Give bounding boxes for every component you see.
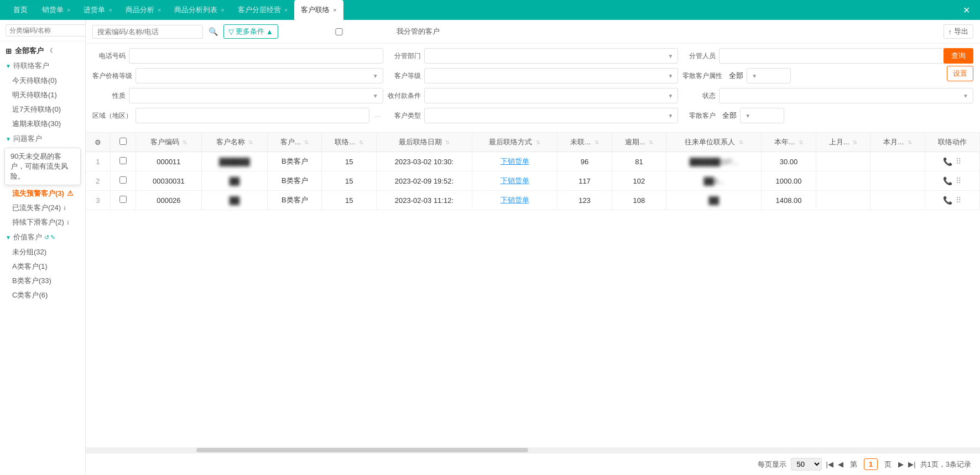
tab-home[interactable]: 首页 [6,0,35,20]
row-checkbox-1[interactable] [110,171,135,191]
col-action: 联络动作 [925,133,979,152]
my-customers-label: 我分管的客户 [397,27,440,36]
tab-purchase-order[interactable]: 进货单 × [77,0,118,20]
sidebar-item-today-pending[interactable]: 今天待联络(0) [0,74,85,88]
row-last-method-0[interactable]: 下销货单 [472,152,557,171]
refresh-icon[interactable]: ↺ [44,234,49,241]
status-select[interactable]: ▼ [719,88,973,103]
pagination-prev-icon[interactable]: ◀ [838,460,843,468]
row-code-1: 00030031 [135,171,201,191]
sidebar-item-ungrouped[interactable]: 未分组(32) [0,245,85,259]
sidebar-collapse-icon[interactable]: 《 [47,47,53,55]
tab-product-analysis-list-close[interactable]: × [221,7,224,13]
col-last-date[interactable]: 最后联络日期 ⇅ [376,133,472,152]
tab-sales-order[interactable]: 销货单 × [35,0,77,20]
sidebar-group-problem[interactable]: ▼ 问题客户 [0,131,85,147]
row-name-2: ██ [201,191,267,210]
my-customers-checkbox[interactable] [284,28,394,35]
col-contact-person[interactable]: 往来单位联系人 ⇅ [666,133,762,152]
tab-product-analysis-list[interactable]: 商品分析列表 × [168,0,231,20]
pagination-first-icon[interactable]: |◀ [826,460,833,468]
more-conditions-button[interactable]: ▽ 更多条件 ▲ [223,24,278,39]
action-more-icon-0[interactable]: ⠿ [956,157,961,166]
col-code[interactable]: 客户编码 ⇅ [135,133,201,152]
row-last-method-1[interactable]: 下销货单 [472,171,557,191]
col-overdue[interactable]: 逾期... ⇅ [612,133,666,152]
tab-customer-contact[interactable]: 客户联络 × [294,0,343,20]
search-button[interactable]: 🔍 [208,27,218,36]
col-this-month[interactable]: 本月... ⇅ [870,133,925,152]
tab-product-analysis[interactable]: 商品分析 × [119,0,168,20]
scrollbar-thumb[interactable] [196,448,528,452]
sidebar-item-tomorrow-pending[interactable]: 明天待联络(1) [0,88,85,102]
col-type[interactable]: 客户... ⇅ [268,133,322,152]
manager-select[interactable]: ▼ [719,48,960,64]
retail-customer-select[interactable]: ▼ [740,108,784,123]
sidebar-group-value[interactable]: ▼ 价值客户 ↺ ✎ [0,229,85,245]
settings-button[interactable]: 设置 [947,66,973,81]
sidebar-search-input[interactable] [6,24,86,36]
select-all-checkbox[interactable] [119,138,127,145]
pagination-last-icon[interactable]: ▶| [908,460,915,468]
row-last-method-2[interactable]: 下销货单 [472,191,557,210]
sidebar-item-declining[interactable]: 持续下滑客户(2) ℹ [0,215,85,229]
tab-customer-tier-close[interactable]: × [284,7,288,13]
nature-select[interactable]: ▼ [129,88,383,103]
action-more-icon-1[interactable]: ⠿ [956,176,961,185]
region-dots[interactable]: ··· [373,112,383,120]
sidebar-item-overdue-pending[interactable]: 逾期未联络(30) [0,117,85,131]
action-phone-icon-0[interactable]: 📞 [943,157,952,166]
row-this-year-0: 30.00 [762,152,816,171]
export-button[interactable]: ↑ 导出 [943,24,974,39]
sidebar-item-week-pending[interactable]: 近7天待联络(0) [0,102,85,117]
price-tier-arrow-icon: ▼ [373,73,378,79]
sidebar-item-class-b[interactable]: B类客户(33) [0,274,85,288]
tab-product-analysis-close[interactable]: × [158,7,161,13]
customer-type-select[interactable]: ▼ [424,108,679,123]
action-more-icon-2[interactable]: ⠿ [956,196,961,205]
col-checkbox[interactable] [110,133,135,152]
sidebar-all-customers[interactable]: ⊞ 全部客户 《 [0,41,85,58]
my-customers-checkbox-label[interactable]: 我分管的客户 [284,27,440,36]
customer-tier-select[interactable]: ▼ [424,68,679,83]
action-phone-icon-1[interactable]: 📞 [943,176,952,185]
sidebar-item-churned[interactable]: 已流失客户(24) ℹ [0,201,85,215]
price-tier-select[interactable]: ▼ [135,68,383,83]
row-overdue-1: 102 [612,171,666,191]
col-last-month[interactable]: 上月... ⇅ [816,133,870,152]
query-button[interactable]: 查询 [943,48,973,64]
pagination-next-icon[interactable]: ▶ [898,460,904,468]
edit-icon[interactable]: ✎ [50,234,55,241]
per-page-select[interactable]: 50 20 100 [791,458,822,471]
tab-customer-tier[interactable]: 客户分层经营 × [231,0,294,20]
total-records: 共1页，3条记录 [920,460,971,469]
payment-select[interactable]: ▼ [424,88,679,103]
row-this-year-1: 1000.00 [762,171,816,191]
col-name[interactable]: 客户名称 ⇅ [201,133,267,152]
tab-sales-order-close[interactable]: × [67,7,70,13]
col-settings[interactable]: ⚙ [86,133,110,152]
col-this-year[interactable]: 本年... ⇅ [762,133,816,152]
tab-customer-contact-close[interactable]: × [333,7,336,13]
close-app-button[interactable]: ✕ [958,5,974,15]
col-not-contacted[interactable]: 未联... ⇅ [557,133,612,152]
dept-select[interactable]: ▼ [424,48,679,64]
action-phone-icon-2[interactable]: 📞 [943,196,952,205]
phone-input[interactable] [129,48,383,64]
col-last-method[interactable]: 最后联络方式 ⇅ [472,133,557,152]
row-checkbox-2[interactable] [110,191,135,210]
region-select[interactable] [135,108,369,123]
retail-attr-select[interactable]: ▼ [747,68,791,83]
sidebar-item-class-a[interactable]: A类客户(1) [0,259,85,274]
sidebar-item-class-c[interactable]: C类客户(6) [0,288,85,302]
sidebar-item-churn-warning[interactable]: 流失预警客户(3) ⚠ [0,186,85,201]
horizontal-scrollbar[interactable] [86,447,980,453]
tab-purchase-order-close[interactable]: × [108,7,112,13]
search-input[interactable] [92,25,203,39]
sidebar-group-pending[interactable]: ▼ 待联络客户 [0,58,85,74]
tab-home-label: 首页 [13,5,28,15]
row-checkbox-0[interactable] [110,152,135,171]
retail-customer-arrow-icon: ▼ [745,113,750,119]
row-overdue-2: 108 [612,191,666,210]
col-contact[interactable]: 联络... ⇅ [322,133,376,152]
